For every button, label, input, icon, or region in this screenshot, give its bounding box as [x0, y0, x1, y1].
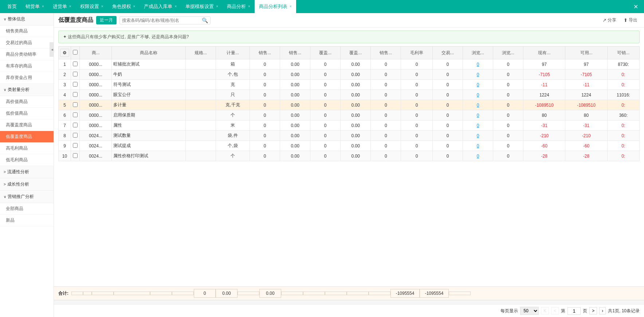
sidebar-section-overall[interactable]: ∨ 整体信息	[0, 13, 54, 25]
sidebar-item-high-coverage[interactable]: 高覆盖度商品	[0, 119, 54, 131]
sidebar-item-traded-products[interactable]: 交易过的商品	[0, 37, 54, 49]
row-sales-amt: 0.00	[280, 80, 310, 90]
row-cov2: 0.00	[341, 90, 371, 100]
sidebar-item-all-products[interactable]: 全部商品	[0, 203, 54, 215]
nav-close-product-warehouse[interactable]: ×	[174, 0, 177, 13]
row-sellable: 0:	[607, 120, 639, 131]
row-num: 6	[59, 110, 71, 120]
row-sales-qty: 0	[250, 90, 280, 100]
row-unit: 只	[216, 90, 250, 100]
nav-close-template-settings[interactable]: ×	[216, 0, 218, 13]
row-checkbox[interactable]	[73, 133, 78, 138]
sidebar-section-coverage[interactable]: ∨ 类射量分析	[0, 84, 54, 96]
row-name: 牛奶	[112, 70, 186, 80]
row-browse1[interactable]: 0	[463, 80, 493, 90]
row-checkbox[interactable]	[73, 143, 78, 148]
sidebar-item-low-coverage[interactable]: 低覆盖度商品	[0, 131, 54, 143]
horizontal-scrollbar[interactable]	[54, 300, 644, 304]
row-sales-x: 0	[371, 100, 401, 110]
row-name: 启用保质期	[112, 110, 186, 120]
sidebar: « ∨ 整体信息 销售类商品 交易过的商品 商品分类动销率 有库存的商品 库存资…	[0, 13, 54, 317]
row-browse1[interactable]: 0	[463, 141, 493, 151]
row-current: 80	[523, 110, 565, 120]
row-gross: 0	[401, 110, 433, 120]
first-page-button[interactable]: K	[541, 307, 549, 314]
nav-product-analysis[interactable]: 商品分析 ×	[223, 0, 255, 13]
table-row: 8 0024... 测试数量 袋,件 0 0.00 0 0.00 0 0 0 0…	[59, 131, 640, 141]
header-actions: ↗ 分享 ⬆ 导出	[600, 16, 640, 24]
row-checkbox[interactable]	[73, 102, 78, 107]
row-name: 多计量	[112, 100, 186, 110]
row-checkbox[interactable]	[73, 82, 78, 87]
nav-close-permission[interactable]: ×	[101, 0, 103, 13]
row-current: -210	[523, 131, 565, 141]
nav-template-settings[interactable]: 单据模板设置 ×	[181, 0, 223, 13]
nav-close-sales-order[interactable]: ×	[42, 0, 44, 13]
page-number-input[interactable]	[568, 307, 581, 315]
search-icon[interactable]: 🔍	[202, 17, 208, 23]
sidebar-section-marketing[interactable]: ∨ 营销推广分析	[0, 191, 54, 203]
sidebar-section-growth[interactable]: > 成长性分析	[0, 178, 54, 191]
row-unit: 个	[216, 110, 250, 120]
share-button[interactable]: ↗ 分享	[600, 16, 619, 24]
sidebar-section-liquidity[interactable]: > 流通性分析	[0, 166, 54, 178]
sidebar-item-sales-products[interactable]: 销售类商品	[0, 25, 54, 37]
select-all-checkbox[interactable]	[73, 50, 78, 55]
row-sales-qty: 0	[250, 141, 280, 151]
sidebar-item-new-products[interactable]: 新品	[0, 215, 54, 226]
column-settings-button[interactable]: ⚙	[60, 49, 69, 57]
row-browse1[interactable]: 0	[463, 131, 493, 141]
row-browse1[interactable]: 0	[463, 59, 493, 70]
row-checkbox[interactable]	[73, 123, 78, 127]
nav-purchase-order[interactable]: 进货单 ×	[48, 0, 76, 13]
prev-page-button[interactable]: <	[551, 307, 559, 314]
last-page-button[interactable]: ›	[599, 307, 606, 314]
row-checkbox[interactable]	[73, 62, 78, 66]
col-settings[interactable]: ⚙	[59, 47, 71, 59]
row-current: -1089510	[523, 100, 565, 110]
sidebar-item-stocked-products[interactable]: 有库存的商品	[0, 60, 54, 72]
row-code: 0000...	[80, 59, 112, 70]
window-close-button[interactable]: ✕	[631, 3, 641, 10]
row-browse1[interactable]: 0	[463, 151, 493, 161]
sidebar-item-inventory-capital[interactable]: 库存资金占用	[0, 72, 54, 84]
sidebar-item-high-margin[interactable]: 高毛利商品	[0, 143, 54, 154]
row-code: 0024...	[80, 131, 112, 141]
sidebar-item-low-margin[interactable]: 低毛利商品	[0, 154, 54, 166]
nav-home[interactable]: 首页	[3, 0, 21, 13]
row-gross: 0	[401, 70, 433, 80]
footer-cov2: 0.00	[259, 289, 281, 298]
nav-product-warehouse[interactable]: 产成品入库单 ×	[140, 0, 181, 13]
row-browse1[interactable]: 0	[463, 110, 493, 120]
nav-close-product-analysis[interactable]: ×	[248, 0, 250, 13]
row-checkbox[interactable]	[73, 92, 78, 97]
row-browse1[interactable]: 0	[463, 120, 493, 131]
row-cov1: 0	[310, 151, 341, 161]
row-browse1[interactable]: 0	[463, 70, 493, 80]
nav-close-purchase-order[interactable]: ×	[69, 0, 71, 13]
nav-close-product-analysis-list[interactable]: ×	[290, 0, 292, 13]
nav-sales-order[interactable]: 销货单 ×	[21, 0, 48, 13]
sidebar-item-low-value[interactable]: 低价值商品	[0, 108, 54, 119]
nav-product-analysis-list[interactable]: 商品分析列表 ×	[255, 0, 296, 13]
nav-close-role-auth[interactable]: ×	[133, 0, 136, 13]
search-input[interactable]	[122, 18, 200, 23]
row-browse1[interactable]: 0	[463, 90, 493, 100]
nav-role-auth[interactable]: 角色授权 ×	[108, 0, 140, 13]
per-page-select[interactable]: 50 20 100	[520, 307, 539, 315]
sidebar-arrow-growth: >	[4, 182, 6, 186]
row-checkbox[interactable]	[73, 112, 78, 117]
next-page-button[interactable]: >	[589, 307, 597, 314]
row-checkbox[interactable]	[73, 72, 78, 76]
sidebar-item-high-value[interactable]: 高价值商品	[0, 96, 54, 108]
sidebar-collapse-button[interactable]: «	[50, 42, 54, 57]
row-checkbox-cell	[71, 70, 80, 80]
row-sales-x: 0	[371, 70, 401, 80]
row-checkbox[interactable]	[73, 153, 78, 158]
col-unit-header: 计量...	[216, 47, 250, 59]
time-filter-button[interactable]: 近一月	[96, 16, 117, 24]
row-browse1[interactable]: 0	[463, 100, 493, 110]
sidebar-item-category-activity[interactable]: 商品分类动销率	[0, 49, 54, 60]
nav-permission[interactable]: 权限设置 ×	[76, 0, 108, 13]
export-button[interactable]: ⬆ 导出	[621, 16, 640, 24]
